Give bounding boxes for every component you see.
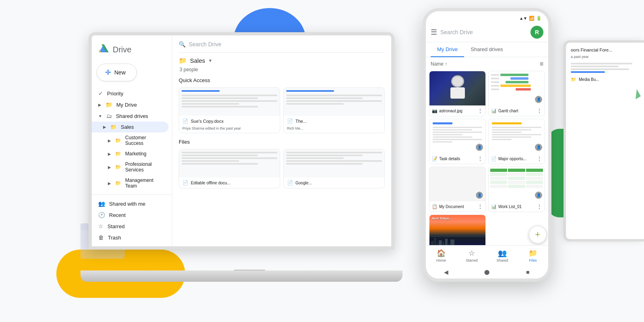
cs-folder-icon: 📁 <box>115 138 121 143</box>
folder-dropdown-icon[interactable]: ▼ <box>208 58 213 63</box>
tab-my-drive[interactable]: My Drive <box>431 42 464 57</box>
worklist-user-bubble: 👤 <box>534 191 543 200</box>
gantt-filename: Gantt chart <box>498 109 518 113</box>
phone-tabs: My Drive Shared drives <box>426 42 548 57</box>
sidebar-item-customer-success[interactable]: ▶ 📁 Customer Success <box>92 132 169 149</box>
phone: ▲▼ 📶 🔋 ☰ Search Drive R My Drive Shared … <box>423 8 551 282</box>
file-card-work-list[interactable]: 👤 📊 Work List_01 ⋮ <box>488 167 545 212</box>
sort-button[interactable]: Name ↑ <box>431 61 447 67</box>
search-input[interactable]: Search Drive <box>189 41 221 47</box>
sidebar-item-sales[interactable]: ▶ 📁 Sales <box>92 122 169 132</box>
mkt-expand-icon: ▶ <box>108 152 111 156</box>
files-grid: 📄 Editable offline docu... <box>179 149 385 188</box>
file-info: 📄 Sue's Copy.docx <box>179 116 280 126</box>
android-nav-bar: ◀ ⬤ ■ <box>426 265 548 279</box>
file-card-the[interactable]: 📄 The... Rich Me... <box>283 87 385 133</box>
worklist-more-icon[interactable]: ⋮ <box>537 203 542 210</box>
tab-shared-drives[interactable]: Shared drives <box>464 42 509 57</box>
gantt-more-icon[interactable]: ⋮ <box>537 107 542 114</box>
doc-icon: 📄 <box>182 118 188 124</box>
list-view-icon[interactable]: ≡ <box>540 60 543 68</box>
files-label: Files <box>179 136 385 147</box>
mydoc-user-bubble: 👤 <box>475 191 484 200</box>
shared-nav-icon: 👥 <box>498 249 507 258</box>
drive-logo-text: Drive <box>113 45 132 54</box>
file-card-google[interactable]: 📄 Google... <box>283 149 385 188</box>
file-card-major-opportu[interactable]: 👤 📄 Major opportu... ⋮ <box>488 119 545 164</box>
mydoc-more-icon[interactable]: ⋮ <box>477 203 483 210</box>
major-more-icon[interactable]: ⋮ <box>537 155 542 162</box>
expand-arrow-mydrive: ▶ <box>98 103 101 107</box>
home-button[interactable]: ⬤ <box>483 268 491 276</box>
sheets-icon-worklist: 📊 <box>491 204 497 209</box>
sidebar-item-marketing[interactable]: ▶ 📁 Marketing <box>92 149 169 159</box>
astronaut-more-icon[interactable]: ⋮ <box>477 107 483 114</box>
ps-folder-icon: 📁 <box>115 164 121 170</box>
doc-icon-4: 📄 <box>287 180 293 186</box>
drive-desktop: Drive ✛ New ✓ Priority ▶ 📁 My Drive ▼ <box>92 35 391 246</box>
file-card-astronaut[interactable]: 📷 astronaut.jpg ⋮ <box>429 71 486 116</box>
sales-folder-icon: 📁 <box>110 124 117 130</box>
fab-plus-icon: + <box>535 229 541 240</box>
signal-icon: ▲▼ <box>519 16 527 21</box>
phone-bottom-nav: 🏠 Home ☆ Starred 👥 Shared 📁 Files <box>426 245 548 265</box>
slides-icon: 📋 <box>432 204 438 209</box>
phone-search-input[interactable]: Search Drive <box>440 29 527 35</box>
file-card-my-document[interactable]: 👤 📋 My Document ⋮ <box>429 167 486 212</box>
nav-home[interactable]: 🏠 Home <box>426 247 456 264</box>
astronaut-figure <box>448 75 468 99</box>
major-filename: Major opportu... <box>498 157 526 161</box>
phone-content: Name ↑ ≡ <box>426 57 548 245</box>
my-drive-icon: 📁 <box>105 101 112 108</box>
file-card-gantt[interactable]: 👤 📊 Gantt chart ⋮ <box>488 71 545 116</box>
quick-access-grid: 📄 Sue's Copy.docx Priya Sharma edited in… <box>179 87 385 133</box>
recents-button[interactable]: ■ <box>524 268 532 276</box>
right-device: oors Financial Fore... a past year 📁 Med… <box>564 40 644 242</box>
sidebar-item-management[interactable]: ▶ 📁 Management Team <box>92 175 169 191</box>
tokyo-thumb: Next Tokyo... <box>429 215 485 245</box>
file-card-sues-copy[interactable]: 📄 Sue's Copy.docx Priya Sharma edited in… <box>179 87 280 133</box>
ps-expand-icon: ▶ <box>108 165 111 169</box>
sidebar-item-shared-drives[interactable]: ▼ 🗂 Shared drives <box>92 110 169 122</box>
back-button[interactable]: ◀ <box>442 268 450 276</box>
sidebar-item-pro-services[interactable]: ▶ 📁 Professional Services <box>92 159 169 175</box>
check-circle-icon: ✓ <box>98 90 103 97</box>
fab-button[interactable]: + <box>529 226 547 244</box>
doc-icon-3: 📄 <box>182 180 188 186</box>
nav-starred[interactable]: ☆ Starred <box>456 247 487 264</box>
file-card-editable[interactable]: 📄 Editable offline docu... <box>179 149 280 188</box>
astronaut-thumb <box>429 71 485 105</box>
sidebar-item-trash[interactable]: 🗑 Trash <box>92 232 169 243</box>
avatar[interactable]: R <box>530 26 543 39</box>
sales-folder-icon-main: 📁 <box>179 57 187 64</box>
drive-logo-icon <box>98 43 109 56</box>
files-nav-icon: 📁 <box>528 249 537 258</box>
search-icon: 🔍 <box>179 41 186 47</box>
file-preview <box>179 88 280 116</box>
major-user-bubble: 👤 <box>534 143 543 152</box>
search-bar[interactable]: 🔍 Search Drive <box>179 39 385 53</box>
major-thumb: 👤 <box>489 119 545 153</box>
phone-body: ▲▼ 📶 🔋 ☰ Search Drive R My Drive Shared … <box>423 8 551 282</box>
file-card-task-details[interactable]: 👤 📝 Task details ⋮ <box>429 119 486 164</box>
task-file-info: 📝 Task details ⋮ <box>429 153 485 164</box>
worklist-filename: Work List_01 <box>498 204 522 209</box>
tokyo-label: Next Tokyo... <box>432 217 452 220</box>
sidebar-item-recent[interactable]: 🕐 Recent <box>92 209 169 221</box>
hamburger-menu-icon[interactable]: ☰ <box>431 28 437 37</box>
sidebar-item-mydrive[interactable]: ▶ 📁 My Drive <box>92 99 169 110</box>
file-info-4: 📄 Google... <box>284 178 384 188</box>
sidebar-item-priority[interactable]: ✓ Priority <box>92 88 169 99</box>
task-more-icon[interactable]: ⋮ <box>477 155 483 162</box>
file-preview-4 <box>284 149 384 178</box>
laptop: Drive ✛ New ✓ Priority ▶ 📁 My Drive ▼ <box>89 32 411 282</box>
file-card-tokyo[interactable]: Next Tokyo... <box>429 215 486 245</box>
gantt-thumb: 👤 <box>489 71 545 105</box>
user-bubble: 👤 <box>534 95 543 104</box>
new-button[interactable]: ✛ New <box>97 64 137 81</box>
drive-logo-area: Drive <box>92 40 172 62</box>
nav-files[interactable]: 📁 Files <box>518 247 548 264</box>
nav-shared[interactable]: 👥 Shared <box>487 247 518 264</box>
sidebar-item-starred[interactable]: ☆ Starred <box>92 221 169 232</box>
sidebar-item-shared-with-me[interactable]: 👥 Shared with me <box>92 198 169 209</box>
